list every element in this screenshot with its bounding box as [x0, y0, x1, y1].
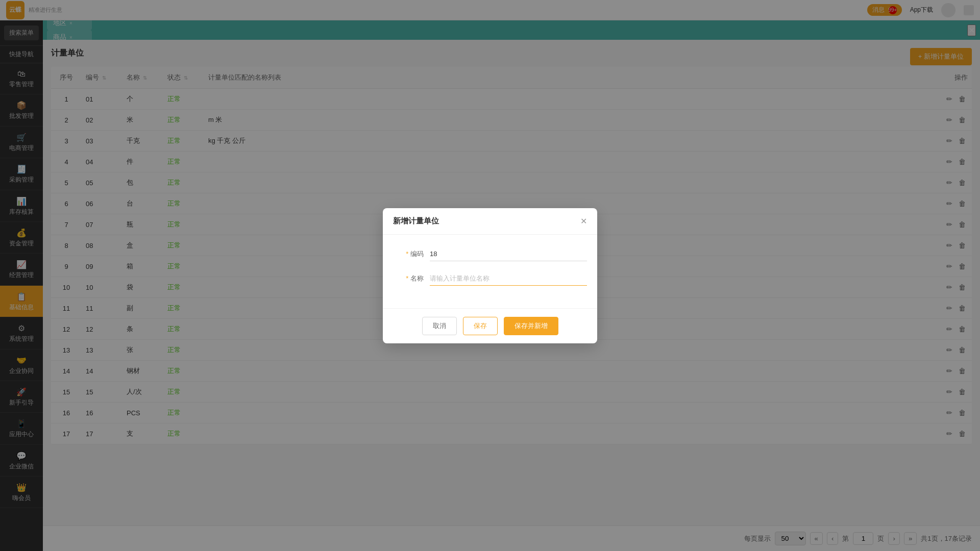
- code-input[interactable]: [430, 247, 587, 261]
- form-row-code: * 编码: [393, 247, 587, 261]
- modal-body: * 编码 * 名称: [383, 235, 597, 308]
- form-row-name: * 名称: [393, 271, 587, 286]
- add-unit-modal: 新增计量单位 ✕ * 编码 * 名称 取消 保存 保存并新增: [383, 208, 597, 343]
- form-label-name: * 名称: [393, 274, 424, 283]
- modal-overlay[interactable]: 新增计量单位 ✕ * 编码 * 名称 取消 保存 保存并新增: [0, 0, 980, 551]
- name-input[interactable]: [430, 271, 587, 286]
- form-required-name: *: [406, 274, 408, 282]
- form-label-code: * 编码: [393, 249, 424, 259]
- save-button[interactable]: 保存: [463, 317, 498, 335]
- form-required-code: *: [406, 250, 408, 258]
- modal-footer: 取消 保存 保存并新增: [383, 308, 597, 343]
- modal-header: 新增计量单位 ✕: [383, 208, 597, 235]
- cancel-button[interactable]: 取消: [422, 317, 457, 335]
- save-and-new-button[interactable]: 保存并新增: [504, 317, 558, 335]
- modal-title: 新增计量单位: [393, 216, 439, 226]
- modal-close-button[interactable]: ✕: [580, 216, 587, 226]
